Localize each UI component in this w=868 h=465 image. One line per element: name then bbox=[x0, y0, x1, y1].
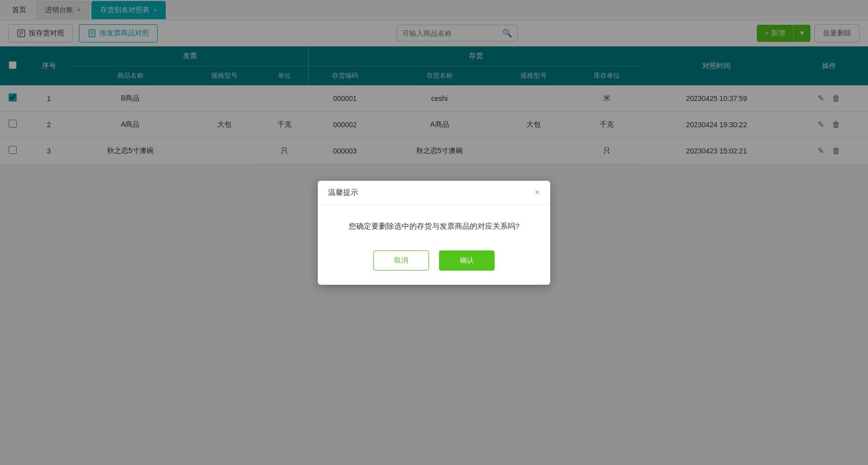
modal-footer: 取消 确认 bbox=[318, 242, 550, 285]
modal-close-button[interactable]: × bbox=[535, 188, 540, 197]
cancel-button[interactable]: 取消 bbox=[373, 250, 429, 271]
confirm-button[interactable]: 确认 bbox=[439, 250, 495, 271]
modal-title: 温馨提示 bbox=[328, 188, 358, 197]
modal-overlay: 温馨提示 × 您确定要删除选中的存货与发票商品的对应关系吗? 取消 确认 bbox=[0, 0, 868, 465]
modal-header: 温馨提示 × bbox=[318, 181, 550, 205]
confirm-label: 确认 bbox=[460, 256, 474, 264]
modal-message: 您确定要删除选中的存货与发票商品的对应关系吗? bbox=[349, 222, 519, 230]
cancel-label: 取消 bbox=[394, 256, 408, 264]
modal-body: 您确定要删除选中的存货与发票商品的对应关系吗? bbox=[318, 205, 550, 242]
confirm-dialog: 温馨提示 × 您确定要删除选中的存货与发票商品的对应关系吗? 取消 确认 bbox=[318, 181, 550, 285]
